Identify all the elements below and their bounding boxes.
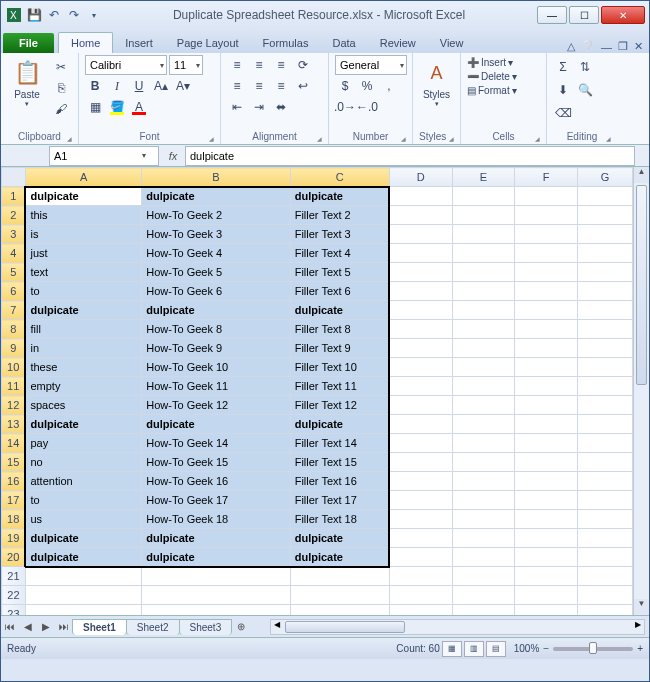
- number-format-combo[interactable]: General: [335, 55, 407, 75]
- cell-B17[interactable]: How-To Geek 17: [142, 491, 290, 510]
- merge-icon[interactable]: ⬌: [271, 97, 291, 117]
- wrap-text-icon[interactable]: ↩: [293, 76, 313, 96]
- cell-F22[interactable]: [515, 586, 578, 605]
- cell-B9[interactable]: How-To Geek 9: [142, 339, 290, 358]
- cell-D22[interactable]: [389, 586, 452, 605]
- cell-E11[interactable]: [452, 377, 515, 396]
- cell-B22[interactable]: [142, 586, 290, 605]
- hscroll-thumb[interactable]: [285, 621, 405, 633]
- cell-A23[interactable]: [25, 605, 141, 616]
- cell-C8[interactable]: Filler Text 8: [290, 320, 389, 339]
- sheet-nav-prev-icon[interactable]: ◀: [19, 618, 37, 636]
- cell-B15[interactable]: How-To Geek 15: [142, 453, 290, 472]
- tab-home[interactable]: Home: [58, 32, 113, 53]
- cell-C15[interactable]: Filler Text 15: [290, 453, 389, 472]
- row-header-7[interactable]: 7: [2, 301, 26, 320]
- cell-D10[interactable]: [389, 358, 452, 377]
- cell-F6[interactable]: [515, 282, 578, 301]
- cell-E16[interactable]: [452, 472, 515, 491]
- align-center-icon[interactable]: ≡: [249, 76, 269, 96]
- cell-B8[interactable]: How-To Geek 8: [142, 320, 290, 339]
- row-header-4[interactable]: 4: [2, 244, 26, 263]
- increase-indent-icon[interactable]: ⇥: [249, 97, 269, 117]
- row-header-16[interactable]: 16: [2, 472, 26, 491]
- row-header-13[interactable]: 13: [2, 415, 26, 434]
- paste-button[interactable]: 📋 Paste ▾: [7, 55, 47, 130]
- cell-E17[interactable]: [452, 491, 515, 510]
- cell-F4[interactable]: [515, 244, 578, 263]
- sheet-tab-sheet3[interactable]: Sheet3: [179, 619, 233, 635]
- col-header-F[interactable]: F: [515, 168, 578, 187]
- cell-D18[interactable]: [389, 510, 452, 529]
- format-painter-icon[interactable]: 🖌: [51, 99, 71, 119]
- cell-F13[interactable]: [515, 415, 578, 434]
- cell-E4[interactable]: [452, 244, 515, 263]
- bold-button[interactable]: B: [85, 76, 105, 96]
- cell-B7[interactable]: dulpicate: [142, 301, 290, 320]
- cell-D12[interactable]: [389, 396, 452, 415]
- row-header-11[interactable]: 11: [2, 377, 26, 396]
- sort-filter-icon[interactable]: ⇅: [575, 57, 595, 77]
- cell-A5[interactable]: text: [25, 263, 141, 282]
- cell-B5[interactable]: How-To Geek 5: [142, 263, 290, 282]
- cell-A16[interactable]: attention: [25, 472, 141, 491]
- cell-B10[interactable]: How-To Geek 10: [142, 358, 290, 377]
- cell-E6[interactable]: [452, 282, 515, 301]
- cell-B23[interactable]: [142, 605, 290, 616]
- cell-D4[interactable]: [389, 244, 452, 263]
- decrease-indent-icon[interactable]: ⇤: [227, 97, 247, 117]
- cell-E9[interactable]: [452, 339, 515, 358]
- cell-C9[interactable]: Filler Text 9: [290, 339, 389, 358]
- scroll-up-icon[interactable]: ▲: [634, 167, 649, 183]
- row-header-14[interactable]: 14: [2, 434, 26, 453]
- delete-cells-button[interactable]: ➖Delete ▾: [467, 71, 517, 82]
- cell-E8[interactable]: [452, 320, 515, 339]
- cell-E18[interactable]: [452, 510, 515, 529]
- zoom-out-icon[interactable]: −: [543, 643, 549, 654]
- cell-A2[interactable]: this: [25, 206, 141, 225]
- cell-F5[interactable]: [515, 263, 578, 282]
- cell-B14[interactable]: How-To Geek 14: [142, 434, 290, 453]
- fill-icon[interactable]: ⬇: [553, 80, 573, 100]
- styles-button[interactable]: A Styles▾: [419, 55, 454, 130]
- horizontal-scrollbar[interactable]: ◀ ▶: [270, 619, 645, 635]
- cell-D21[interactable]: [389, 567, 452, 586]
- format-cells-button[interactable]: ▤Format ▾: [467, 85, 517, 96]
- cell-F12[interactable]: [515, 396, 578, 415]
- cell-C18[interactable]: Filler Text 18: [290, 510, 389, 529]
- cell-F1[interactable]: [515, 187, 578, 206]
- fill-color-icon[interactable]: 🪣: [107, 97, 127, 117]
- font-name-combo[interactable]: Calibri: [85, 55, 167, 75]
- grow-font-icon[interactable]: A▴: [151, 76, 171, 96]
- cut-icon[interactable]: ✂: [51, 57, 71, 77]
- cell-G3[interactable]: [578, 225, 633, 244]
- cell-B20[interactable]: dulpicate: [142, 548, 290, 567]
- cell-C10[interactable]: Filler Text 10: [290, 358, 389, 377]
- cell-A8[interactable]: fill: [25, 320, 141, 339]
- zoom-in-icon[interactable]: +: [637, 643, 643, 654]
- align-top-icon[interactable]: ≡: [227, 55, 247, 75]
- cell-B19[interactable]: dulpicate: [142, 529, 290, 548]
- cell-A4[interactable]: just: [25, 244, 141, 263]
- cell-E14[interactable]: [452, 434, 515, 453]
- cell-G15[interactable]: [578, 453, 633, 472]
- cell-E1[interactable]: [452, 187, 515, 206]
- tab-formulas[interactable]: Formulas: [251, 33, 321, 53]
- cell-F20[interactable]: [515, 548, 578, 567]
- font-color-icon[interactable]: A: [129, 97, 149, 117]
- scroll-right-icon[interactable]: ▶: [632, 620, 644, 634]
- cell-G21[interactable]: [578, 567, 633, 586]
- cell-G17[interactable]: [578, 491, 633, 510]
- cell-C21[interactable]: [290, 567, 389, 586]
- save-icon[interactable]: 💾: [25, 6, 43, 24]
- cell-C5[interactable]: Filler Text 5: [290, 263, 389, 282]
- cell-E7[interactable]: [452, 301, 515, 320]
- cell-F23[interactable]: [515, 605, 578, 616]
- cell-G1[interactable]: [578, 187, 633, 206]
- cell-A17[interactable]: to: [25, 491, 141, 510]
- cell-G13[interactable]: [578, 415, 633, 434]
- view-pagebreak-icon[interactable]: ▤: [486, 641, 506, 657]
- autosum-icon[interactable]: Σ: [553, 57, 573, 77]
- minimize-ribbon-icon[interactable]: △: [567, 40, 575, 53]
- row-header-10[interactable]: 10: [2, 358, 26, 377]
